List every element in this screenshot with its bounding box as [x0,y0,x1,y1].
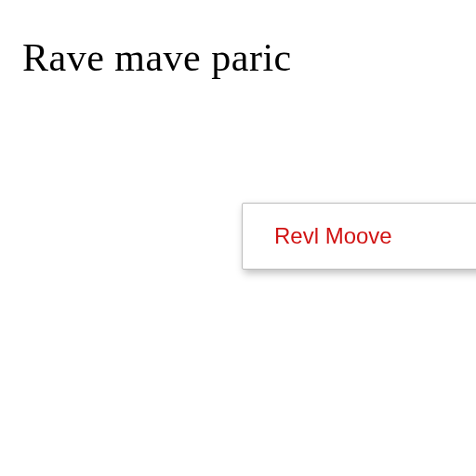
revl-moove-button[interactable]: Revl Moove [242,203,476,270]
revl-moove-button-label: Revl Moove [274,223,392,249]
page-heading: Rave mave paric [22,35,292,80]
